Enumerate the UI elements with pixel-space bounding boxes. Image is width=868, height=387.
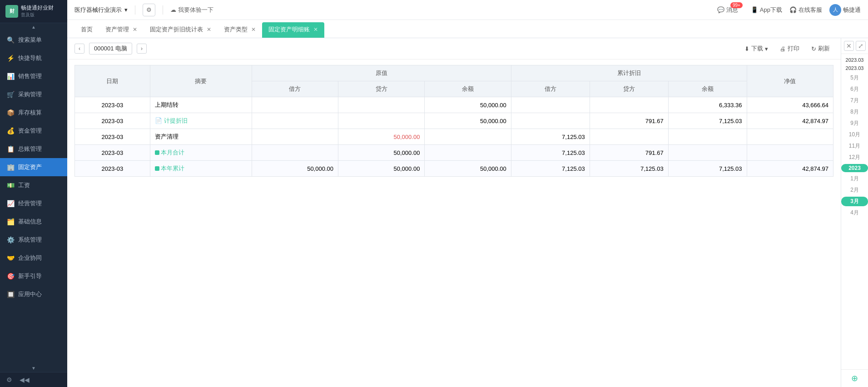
tab-depreciation-close[interactable]: ✕ (207, 26, 211, 33)
table-row: 2023-03 📄 计提折旧 50,000.00 791.67 7,125.03 (75, 113, 833, 129)
company-selector[interactable]: 医疗器械行业演示 ▾ (74, 6, 128, 14)
table-container: 日期 摘要 原值 累计折旧 净值 借方 贷方 余额 借方 贷方 余额 (67, 60, 841, 387)
timeline-item-1[interactable]: 1月 (841, 173, 868, 184)
sidebar-item-funds[interactable]: 💰 资金管理 (0, 122, 67, 140)
row4-acc-balance (668, 145, 747, 161)
timeline-item-2023-03-2[interactable]: 2023.03 (841, 64, 868, 72)
timeline-item-12[interactable]: 12月 (841, 152, 868, 163)
topbar: 医疗器械行业演示 ▾ ⚙ ☁ 我要体验一下 💬 消息 99+ 📱 App下载 🎧… (67, 0, 868, 20)
row2-acc-credit: 791.67 (590, 113, 668, 129)
row3-orig-credit: 50,000.00 (338, 129, 425, 145)
sidebar-item-ledger[interactable]: 📋 总账管理 (0, 140, 67, 158)
sidebar-item-search[interactable]: 🔍 搜索菜单 (0, 31, 67, 49)
download-icon: ⬇ (744, 45, 749, 52)
user-icon: 人 (833, 6, 838, 13)
row2-acc-balance: 7,125.03 (668, 113, 747, 129)
table-row: 2023-03 本年累计 50,000.00 50,000.00 50,000.… (75, 161, 833, 177)
sidebar-item-system[interactable]: ⚙️ 系统管理 (0, 231, 67, 249)
timeline-item-6[interactable]: 6月 (841, 84, 868, 95)
collapse-icon[interactable]: ◀◀ (20, 376, 30, 383)
timeline-expand-button[interactable]: ⤢ (856, 41, 866, 51)
ops-icon: 📈 (6, 199, 15, 208)
row5-date: 2023-03 (75, 161, 150, 177)
cart-icon: 🛒 (6, 90, 15, 99)
tab-detail-close[interactable]: ✕ (313, 26, 318, 33)
sidebar-item-inventory[interactable]: 📦 库存核算 (0, 104, 67, 122)
row4-orig-debit (252, 145, 338, 161)
timeline-item-8[interactable]: 8月 (841, 106, 868, 118)
tab-asset-type-close[interactable]: ✕ (251, 26, 256, 33)
row3-net (747, 129, 833, 145)
sidebar: 财 畅捷通好业财 普及版 ▲ 🔍 搜索菜单 ⚡ 快捷导航 📊 销售管理 🛒 采购… (0, 0, 67, 387)
online-service-button[interactable]: 🎧 在线客服 (789, 6, 822, 14)
sidebar-item-sales[interactable]: 📊 销售管理 (0, 67, 67, 85)
print-button[interactable]: 🖨 打印 (776, 43, 803, 55)
sidebar-item-label: 企业协同 (18, 254, 42, 262)
gear-icon: ⚙️ (6, 236, 15, 244)
sidebar-item-fixed-assets[interactable]: 🏢 固定资产 (0, 158, 67, 176)
sidebar-item-guide[interactable]: 🎯 新手引导 (0, 267, 67, 285)
row5-acc-credit: 7,125.03 (590, 161, 668, 177)
sidebar-item-purchase[interactable]: 🛒 采购管理 (0, 85, 67, 104)
prev-asset-button[interactable]: ‹ (74, 44, 84, 54)
app-download-label: App下载 (760, 6, 782, 14)
box-icon: 📦 (6, 109, 15, 117)
row1-acc-credit (590, 97, 668, 113)
ledger-icon: 📋 (6, 145, 15, 153)
timeline-item-5[interactable]: 5月 (841, 72, 868, 84)
timeline-year-2023[interactable]: 2023 (841, 164, 868, 172)
row3-orig-debit (252, 129, 338, 145)
tab-assets-close[interactable]: ✕ (133, 26, 137, 33)
money-icon: 💰 (6, 127, 15, 135)
download-button[interactable]: ⬇ 下载 ▾ (741, 43, 772, 55)
user-menu[interactable]: 人 畅捷通 (829, 4, 861, 16)
sidebar-item-nav[interactable]: ⚡ 快捷导航 (0, 49, 67, 67)
row3-acc-debit: 7,125.03 (511, 129, 590, 145)
app-download-button[interactable]: 📱 App下载 (751, 6, 782, 14)
tab-assets-label: 资产管理 (105, 25, 129, 34)
sidebar-scroll-down[interactable]: ▼ (31, 366, 36, 371)
timeline-item-2023-03-1[interactable]: 2023.03 (841, 56, 868, 64)
search-icon: 🔍 (6, 36, 15, 44)
row2-orig-debit (252, 113, 338, 129)
timeline-item-10[interactable]: 10月 (841, 129, 868, 140)
timeline-controls: ✕ ⤢ (841, 38, 868, 54)
tab-home[interactable]: 首页 (74, 22, 99, 38)
sidebar-item-payroll[interactable]: 💵 工资 (0, 176, 67, 194)
row4-summary: 本月合计 (150, 145, 252, 161)
row1-net: 43,666.64 (747, 97, 833, 113)
sidebar-item-apps[interactable]: 🔲 应用中心 (0, 285, 67, 303)
tab-assets[interactable]: 资产管理 ✕ (99, 22, 144, 38)
row2-acc-debit (511, 113, 590, 129)
row5-summary: 本年累计 (150, 161, 252, 177)
timeline-item-4[interactable]: 4月 (841, 207, 868, 218)
messages-button[interactable]: 💬 消息 99+ (717, 6, 738, 14)
settings-icon[interactable]: ⚙ (6, 376, 12, 383)
settings-button[interactable]: ⚙ (143, 4, 155, 16)
sidebar-scroll-up[interactable]: ▲ (31, 25, 36, 30)
panel-header: ‹ 000001 电脑 › ⬇ 下载 ▾ 🖨 打印 ↻ 刷新 (67, 38, 841, 60)
refresh-button[interactable]: ↻ 刷新 (808, 43, 833, 55)
tab-detail[interactable]: 固定资产明细账 ✕ (262, 22, 324, 38)
sidebar-item-ops[interactable]: 📈 经营管理 (0, 194, 67, 213)
sidebar-item-basic[interactable]: 🗂️ 基础信息 (0, 213, 67, 231)
row1-orig-debit (252, 97, 338, 113)
tab-asset-type[interactable]: 资产类型 ✕ (218, 22, 262, 38)
company-name: 医疗器械行业演示 (74, 6, 122, 14)
next-asset-button[interactable]: › (137, 44, 147, 54)
sidebar-item-collab[interactable]: 🤝 企业协同 (0, 249, 67, 267)
timeline-item-3[interactable]: 3月 (841, 197, 868, 206)
payroll-icon: 💵 (6, 181, 15, 189)
experience-button[interactable]: ☁ 我要体验一下 (170, 6, 213, 14)
timeline-item-9[interactable]: 9月 (841, 118, 868, 129)
timeline-item-2[interactable]: 2月 (841, 184, 868, 196)
timeline-item-7[interactable]: 7月 (841, 95, 868, 106)
col-header-accumulated: 累计折旧 (511, 65, 747, 81)
timeline-add-button[interactable]: ⊕ (851, 373, 858, 383)
timeline-close-button[interactable]: ✕ (844, 41, 854, 51)
timeline-item-11[interactable]: 11月 (841, 140, 868, 152)
tab-depreciation[interactable]: 固定资产折旧统计表 ✕ (144, 22, 218, 38)
print-icon: 🖨 (780, 45, 786, 52)
timeline-list: 2023.03 2023.03 5月 6月 7月 8月 9月 10月 11月 1… (841, 54, 868, 369)
sidebar-nav: 🔍 搜索菜单 ⚡ 快捷导航 📊 销售管理 🛒 采购管理 📦 库存核算 💰 资金管… (0, 31, 67, 364)
